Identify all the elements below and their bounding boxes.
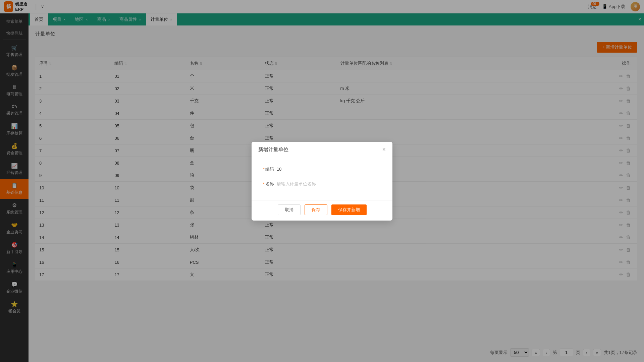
form-row-code: *编码 bbox=[258, 165, 386, 173]
save-button[interactable]: 保存 bbox=[305, 204, 327, 215]
save-continue-button[interactable]: 保存并新增 bbox=[331, 204, 367, 215]
cancel-button[interactable]: 取消 bbox=[278, 204, 301, 215]
code-required-mark: * bbox=[263, 167, 265, 172]
dialog-title: 新增计量单位 bbox=[258, 146, 288, 153]
form-row-name: *名称 bbox=[258, 180, 386, 188]
code-label: *编码 bbox=[258, 166, 277, 172]
dialog-footer: 取消 保存 保存并新增 bbox=[252, 200, 392, 221]
dialog-body: *编码 *名称 bbox=[252, 157, 392, 200]
dialog-close-button[interactable]: × bbox=[382, 146, 386, 153]
name-label: *名称 bbox=[258, 181, 277, 187]
code-input[interactable] bbox=[277, 165, 386, 173]
name-required-mark: * bbox=[263, 181, 265, 186]
dialog-header: 新增计量单位 × bbox=[252, 142, 392, 157]
add-unit-dialog: 新增计量单位 × *编码 *名称 取消 保存 保存并新增 bbox=[252, 142, 392, 221]
modal-overlay: 新增计量单位 × *编码 *名称 取消 保存 保存并新增 bbox=[0, 0, 644, 362]
name-input[interactable] bbox=[277, 180, 386, 188]
